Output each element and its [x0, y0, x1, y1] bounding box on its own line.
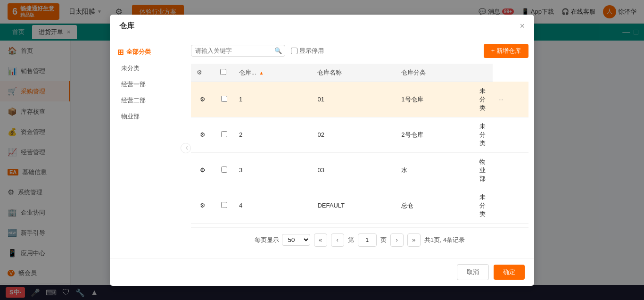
- page-input[interactable]: [358, 233, 377, 247]
- next-page-button[interactable]: ›: [390, 233, 404, 247]
- row-name-2: 2号仓库: [396, 117, 474, 152]
- row-gear-4[interactable]: ⚙: [191, 188, 215, 223]
- total-info: 共1页, 4条记录: [424, 236, 465, 244]
- prev-page-button[interactable]: ‹: [331, 233, 344, 247]
- modal-close-button[interactable]: ×: [520, 21, 525, 31]
- modal-header: 仓库 ×: [110, 15, 534, 38]
- row-more-2[interactable]: [493, 117, 528, 152]
- col-header-name: 仓库名称: [312, 64, 396, 82]
- modal-overlay: 仓库 × ⊞ 全部分类 未分类 经营一部 经营二部 物业部 《: [0, 0, 644, 300]
- show-disabled-text: 显示停用: [299, 47, 324, 55]
- row-name-3: 水: [396, 152, 474, 188]
- col-header-code: 仓库... ▲: [233, 64, 312, 82]
- table-row: ⚙ 1 01 1号仓库 未分类 ···: [191, 82, 528, 117]
- table-row: ⚙ 3 03 水 物业部: [191, 152, 528, 188]
- row-more-3[interactable]: [493, 152, 528, 188]
- per-page-select[interactable]: 50 100: [282, 234, 310, 246]
- table-panel: 🔍 显示停用 + 新增仓库 ⚙: [185, 38, 534, 258]
- category-item-unclassified[interactable]: 未分类: [110, 60, 185, 76]
- row-category-1: 未分类: [474, 82, 493, 117]
- warehouse-table: ⚙ 仓库... ▲ 仓库名称 仓库分类: [191, 64, 528, 224]
- per-page-label: 每页显示: [255, 236, 279, 244]
- category-panel-wrap: ⊞ 全部分类 未分类 经营一部 经营二部 物业部 《: [110, 38, 185, 258]
- table-row: ⚙ 2 02 2号仓库 未分类: [191, 117, 528, 152]
- row-index-2: 2: [233, 117, 312, 152]
- table-body: ⚙ 1 01 1号仓库 未分类 ··· ⚙: [191, 82, 528, 223]
- pagination: 每页显示 50 100 « ‹ 第 页 › » 共1页, 4条记录: [191, 227, 528, 252]
- category-all-label: 全部分类: [126, 48, 151, 56]
- row-category-2: 未分类: [474, 117, 493, 152]
- last-page-button[interactable]: »: [407, 233, 421, 247]
- row-checkbox-1[interactable]: [221, 96, 227, 102]
- row-check-4[interactable]: [215, 188, 233, 223]
- confirm-button[interactable]: 确定: [494, 265, 525, 280]
- row-index-4: 4: [233, 188, 312, 223]
- modal-footer: 取消 确定: [110, 258, 534, 286]
- row-code-4: DEFAULT: [312, 188, 396, 223]
- row-name-4: 总仓: [396, 188, 474, 223]
- table-row: ⚙ 4 DEFAULT 总仓 未分类: [191, 188, 528, 223]
- row-gear-2[interactable]: ⚙: [191, 117, 215, 152]
- category-all[interactable]: ⊞ 全部分类: [110, 44, 185, 60]
- sort-icon-code: ▲: [259, 70, 264, 75]
- row-checkbox-4[interactable]: [221, 202, 227, 208]
- gear-icon: ⚙: [197, 69, 202, 76]
- search-box: 🔍: [191, 45, 285, 57]
- col-header-category: 仓库分类: [396, 64, 474, 82]
- col-header-actions: [474, 64, 493, 82]
- modal-body: ⊞ 全部分类 未分类 经营一部 经营二部 物业部 《 🔍: [110, 38, 534, 258]
- grid-icon: ⊞: [117, 48, 124, 57]
- category-panel: ⊞ 全部分类 未分类 经营一部 经营二部 物业部: [110, 38, 185, 130]
- row-check-1[interactable]: [215, 82, 233, 117]
- table-header: ⚙ 仓库... ▲ 仓库名称 仓库分类: [191, 64, 528, 82]
- cancel-button[interactable]: 取消: [457, 264, 489, 280]
- category-item-dept1[interactable]: 经营一部: [110, 76, 185, 92]
- row-code-3: 03: [312, 152, 396, 188]
- row-more-1[interactable]: ···: [493, 82, 528, 117]
- row-index-3: 3: [233, 152, 312, 188]
- more-icon-1: ···: [498, 96, 504, 103]
- page-label: 第: [348, 236, 354, 244]
- row-code-1: 01: [312, 82, 396, 117]
- page-suffix: 页: [380, 236, 387, 244]
- row-checkbox-2[interactable]: [221, 131, 227, 137]
- table-toolbar: 🔍 显示停用 + 新增仓库: [191, 44, 528, 58]
- row-category-3: 物业部: [474, 152, 493, 188]
- row-check-3[interactable]: [215, 152, 233, 188]
- row-gear-1[interactable]: ⚙: [191, 82, 215, 117]
- row-check-2[interactable]: [215, 117, 233, 152]
- warehouse-modal: 仓库 × ⊞ 全部分类 未分类 经营一部 经营二部 物业部 《: [110, 15, 534, 286]
- category-item-dept2[interactable]: 经营二部: [110, 92, 185, 108]
- row-name-1: 1号仓库: [396, 82, 474, 117]
- category-collapse-button[interactable]: 《: [181, 143, 191, 153]
- row-index-1: 1: [233, 82, 312, 117]
- row-code-2: 02: [312, 117, 396, 152]
- search-icon[interactable]: 🔍: [274, 47, 282, 54]
- show-disabled-label[interactable]: 显示停用: [291, 47, 324, 55]
- first-page-button[interactable]: «: [314, 233, 327, 247]
- row-more-4[interactable]: [493, 188, 528, 223]
- search-input[interactable]: [195, 47, 274, 54]
- row-gear-3[interactable]: ⚙: [191, 152, 215, 188]
- per-page-selector: 每页显示 50 100: [255, 234, 310, 246]
- row-category-4: 未分类: [474, 188, 493, 223]
- col-header-gear: ⚙: [191, 64, 215, 82]
- col-header-check: [215, 64, 233, 82]
- select-all-checkbox[interactable]: [220, 69, 226, 75]
- show-disabled-checkbox[interactable]: [291, 48, 297, 54]
- add-warehouse-button[interactable]: + 新增仓库: [484, 44, 528, 58]
- modal-title: 仓库: [119, 21, 134, 31]
- row-checkbox-3[interactable]: [221, 167, 227, 173]
- category-item-property[interactable]: 物业部: [110, 108, 185, 125]
